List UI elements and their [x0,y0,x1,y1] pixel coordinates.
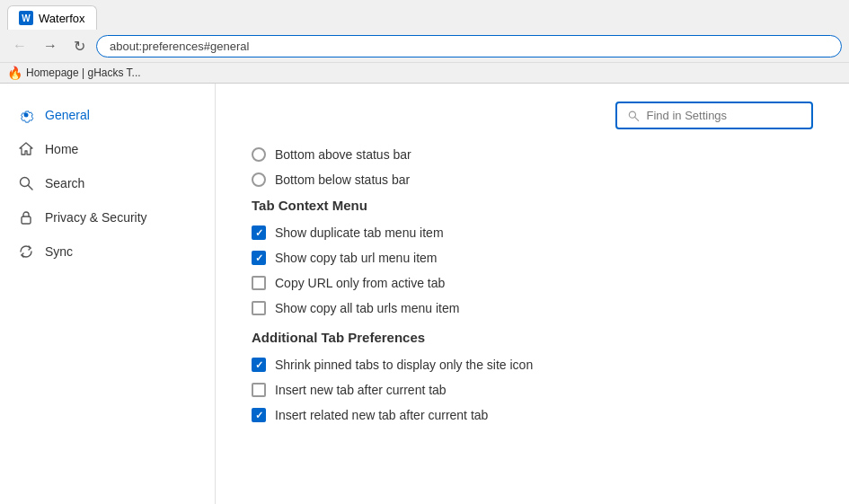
svg-line-4 [635,117,639,120]
checkbox-shrink-pinned-label: Shrink pinned tabs to display only the s… [275,358,533,372]
sidebar-item-search[interactable]: Search [0,166,215,200]
fire-icon: 🔥 [7,66,22,80]
checkbox-copy-active-only-label: Copy URL only from active tab [275,276,445,290]
page: General Home Search [0,84,849,504]
svg-line-1 [29,186,33,190]
bookmarks-bar: 🔥 Homepage | gHacks T... [0,62,849,83]
checkbox-insert-related-after: Insert related new tab after current tab [252,408,813,422]
tab-favicon: W [19,11,33,25]
checkbox-copy-active-only: Copy URL only from active tab [252,276,813,290]
url-bar[interactable]: about:preferences#general [96,35,842,57]
checkbox-insert-related-after-btn[interactable] [252,408,266,422]
radio-bottom-above-label: Bottom above status bar [275,147,411,162]
radio-bottom-above-btn[interactable] [252,147,266,162]
sidebar-item-privacy[interactable]: Privacy & Security [0,200,215,234]
toolbar-position-section: Bottom above status bar Bottom below sta… [252,147,813,187]
sidebar-item-search-label: Search [45,176,84,190]
sidebar-item-sync[interactable]: Sync [0,234,215,269]
radio-bottom-above: Bottom above status bar [252,147,813,162]
checkbox-show-copy-all: Show copy all tab urls menu item [252,301,813,315]
gear-icon [18,107,34,123]
checkbox-show-copy-all-btn[interactable] [252,301,266,315]
find-search-icon [628,110,640,122]
checkbox-insert-related-after-label: Insert related new tab after current tab [275,408,488,422]
svg-rect-2 [22,217,31,224]
sidebar-item-privacy-label: Privacy & Security [45,210,147,225]
main-content: Bottom above status bar Bottom below sta… [216,84,849,504]
forward-button[interactable]: → [38,36,63,56]
sidebar-item-general[interactable]: General [0,98,215,132]
checkbox-shrink-pinned-btn[interactable] [252,358,266,372]
tab-label: Waterfox [39,12,85,25]
back-button[interactable]: ← [7,36,32,56]
find-settings-bar [252,102,813,129]
browser-chrome: W Waterfox ← → ↻ about:preferences#gener… [0,0,849,84]
additional-tab-prefs-section: Additional Tab Preferences Shrink pinned… [252,330,813,422]
radio-bottom-below: Bottom below status bar [252,172,813,187]
checkbox-show-copy-all-label: Show copy all tab urls menu item [275,301,459,315]
tab-bar: W Waterfox [0,0,849,30]
checkbox-insert-new-after: Insert new tab after current tab [252,383,813,397]
checkbox-insert-new-after-label: Insert new tab after current tab [275,383,447,397]
sidebar: General Home Search [0,84,216,504]
additional-tab-prefs-title: Additional Tab Preferences [252,330,813,345]
sidebar-item-home[interactable]: Home [0,132,215,166]
sidebar-item-sync-label: Sync [45,244,73,259]
checkbox-show-copy-url: Show copy tab url menu item [252,251,813,265]
checkbox-show-copy-url-btn[interactable] [252,251,266,265]
checkbox-shrink-pinned: Shrink pinned tabs to display only the s… [252,358,813,372]
checkbox-insert-new-after-btn[interactable] [252,383,266,397]
checkbox-show-duplicate-btn[interactable] [252,225,266,240]
tab-context-menu-section: Tab Context Menu Show duplicate tab menu… [252,198,813,315]
sidebar-item-general-label: General [45,108,90,122]
nav-bar: ← → ↻ about:preferences#general [0,30,849,62]
radio-bottom-below-label: Bottom below status bar [275,172,410,187]
svg-point-0 [21,178,30,187]
checkbox-show-duplicate: Show duplicate tab menu item [252,225,813,240]
tab-context-menu-title: Tab Context Menu [252,198,813,213]
find-settings-container [615,102,813,129]
lock-icon [18,209,34,225]
home-icon [18,141,34,157]
checkbox-show-copy-url-label: Show copy tab url menu item [275,251,438,265]
checkbox-copy-active-only-btn[interactable] [252,276,266,290]
find-settings-input[interactable] [647,109,801,122]
active-tab[interactable]: W Waterfox [7,5,97,30]
checkbox-show-duplicate-label: Show duplicate tab menu item [275,225,444,240]
radio-bottom-below-btn[interactable] [252,172,266,187]
bookmark-label: Homepage | gHacks T... [26,66,141,79]
sidebar-item-home-label: Home [45,142,78,156]
search-icon [18,175,34,191]
url-text: about:preferences#general [110,40,249,53]
reload-button[interactable]: ↻ [68,36,91,57]
sync-icon [18,243,34,260]
